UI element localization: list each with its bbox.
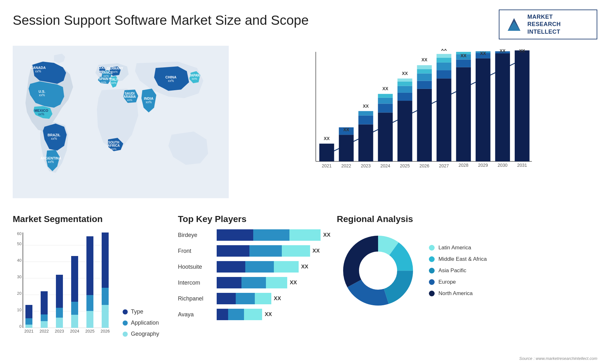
svg-rect-65 bbox=[417, 81, 432, 89]
main-bar-chart-svg: XX 2021 XX 2022 XX 2023 bbox=[248, 49, 591, 179]
player-value-front: XX bbox=[313, 248, 320, 254]
svg-text:2021: 2021 bbox=[322, 163, 332, 168]
svg-text:AFRICA: AFRICA bbox=[108, 144, 120, 147]
page-title: Session Support Software Market Size and… bbox=[13, 10, 309, 28]
dot-europe bbox=[429, 279, 435, 285]
legend-asia-pacific: Asia Pacific bbox=[429, 267, 487, 274]
svg-text:xx%: xx% bbox=[101, 81, 106, 84]
svg-rect-112 bbox=[25, 305, 32, 318]
page-container: Session Support Software Market Size and… bbox=[0, 0, 610, 364]
svg-rect-61 bbox=[397, 78, 412, 81]
label-asia-pacific: Asia Pacific bbox=[438, 267, 466, 274]
svg-text:XX: XX bbox=[324, 136, 330, 141]
svg-text:XX: XX bbox=[500, 49, 506, 53]
svg-rect-90 bbox=[515, 51, 530, 161]
svg-rect-68 bbox=[417, 65, 432, 69]
content-bottom: Market Segmentation 0 10 20 30 40 50 60 bbox=[13, 214, 597, 364]
svg-text:2021: 2021 bbox=[24, 329, 34, 334]
svg-text:2026: 2026 bbox=[101, 329, 110, 334]
svg-text:2028: 2028 bbox=[458, 163, 468, 168]
legend-europe: Europe bbox=[429, 279, 487, 285]
svg-marker-1 bbox=[508, 21, 520, 31]
svg-text:xx%: xx% bbox=[146, 100, 152, 104]
svg-text:XX: XX bbox=[402, 71, 408, 76]
label-mea: Middle East & Africa bbox=[438, 256, 487, 262]
svg-text:xx%: xx% bbox=[35, 70, 41, 73]
svg-text:XX: XX bbox=[441, 49, 447, 52]
svg-text:xx%: xx% bbox=[168, 79, 174, 83]
svg-text:XX: XX bbox=[519, 49, 525, 53]
player-value-birdeye: XX bbox=[323, 232, 330, 238]
svg-text:XX: XX bbox=[480, 51, 486, 56]
svg-rect-72 bbox=[437, 70, 451, 78]
svg-rect-51 bbox=[378, 113, 393, 162]
player-row-birdeye: Birdeye XX bbox=[178, 229, 330, 241]
legend-north-america: North America bbox=[429, 290, 487, 297]
svg-text:xx%: xx% bbox=[111, 81, 116, 84]
svg-rect-128 bbox=[86, 236, 93, 295]
player-bar-avaya: XX bbox=[217, 309, 330, 320]
legend-dot-geography bbox=[123, 332, 128, 337]
svg-rect-47 bbox=[358, 116, 373, 125]
dot-mea bbox=[429, 256, 435, 262]
svg-rect-71 bbox=[437, 78, 451, 161]
svg-text:2023: 2023 bbox=[361, 163, 371, 168]
svg-text:FRANCE: FRANCE bbox=[99, 71, 113, 74]
player-row-richpanel: Richpanel XX bbox=[178, 293, 330, 304]
svg-rect-114 bbox=[41, 321, 48, 328]
legend-label-application: Application bbox=[131, 320, 159, 326]
player-value-avaya: XX bbox=[265, 311, 272, 318]
players-section: Top Key Players Birdeye XX bbox=[178, 214, 330, 364]
svg-rect-42 bbox=[339, 135, 354, 161]
source-text: Source : www.marketresearchintellect.com bbox=[519, 356, 597, 361]
svg-text:2030: 2030 bbox=[498, 163, 507, 168]
regional-content: Latin America Middle East & Africa Asia … bbox=[337, 229, 597, 312]
player-name-hootsuite: Hootsuite bbox=[178, 264, 213, 270]
svg-text:XX: XX bbox=[363, 104, 369, 109]
svg-text:BRAZIL: BRAZIL bbox=[48, 133, 61, 137]
svg-text:2026: 2026 bbox=[419, 163, 429, 168]
player-name-avaya: Avaya bbox=[178, 311, 213, 318]
svg-rect-110 bbox=[25, 325, 32, 328]
legend-dot-type bbox=[123, 309, 128, 314]
svg-rect-75 bbox=[437, 54, 451, 58]
player-bar-richpanel: XX bbox=[217, 293, 330, 304]
players-title: Top Key Players bbox=[178, 214, 330, 224]
svg-rect-123 bbox=[71, 302, 78, 315]
label-north-america: North America bbox=[438, 290, 473, 297]
svg-text:2023: 2023 bbox=[55, 329, 64, 334]
svg-text:xx%: xx% bbox=[51, 137, 57, 140]
player-name-intercom: Intercom bbox=[178, 280, 213, 286]
player-row-hootsuite: Hootsuite XX bbox=[178, 261, 330, 273]
legend-mea: Middle East & Africa bbox=[429, 256, 487, 262]
svg-rect-83 bbox=[476, 58, 491, 161]
logo-text: MARKETRESEARCHINTELLECT bbox=[527, 13, 561, 36]
svg-text:50: 50 bbox=[17, 241, 22, 246]
svg-rect-111 bbox=[25, 318, 32, 325]
svg-rect-67 bbox=[417, 69, 432, 74]
svg-rect-64 bbox=[417, 89, 432, 161]
player-name-richpanel: Richpanel bbox=[178, 295, 213, 302]
logo-box: MARKETRESEARCHINTELLECT bbox=[499, 10, 597, 39]
svg-rect-124 bbox=[71, 256, 78, 302]
dot-latin-america bbox=[429, 245, 435, 251]
svg-text:SPAIN: SPAIN bbox=[99, 77, 108, 81]
svg-text:MEXICO: MEXICO bbox=[34, 109, 48, 112]
svg-text:xx%: xx% bbox=[48, 160, 54, 164]
legend-dot-application bbox=[123, 320, 128, 326]
svg-rect-74 bbox=[437, 58, 451, 63]
content-top: CANADA xx% U.S. xx% MEXICO xx% BRAZIL xx… bbox=[13, 46, 597, 205]
svg-text:ARGENTINA: ARGENTINA bbox=[40, 156, 61, 160]
svg-rect-60 bbox=[397, 82, 412, 86]
seg-legend: Type Application Geography bbox=[118, 302, 159, 337]
svg-text:xx%: xx% bbox=[127, 98, 132, 102]
world-map-svg: CANADA xx% U.S. xx% MEXICO xx% BRAZIL xx… bbox=[13, 46, 229, 198]
player-row-avaya: Avaya XX bbox=[178, 309, 330, 320]
regional-title: Regional Analysis bbox=[337, 214, 597, 224]
donut-container bbox=[337, 229, 419, 312]
svg-text:XX: XX bbox=[461, 53, 467, 58]
svg-text:U.S.: U.S. bbox=[38, 90, 45, 93]
legend-application: Application bbox=[123, 320, 159, 326]
player-name-birdeye: Birdeye bbox=[178, 232, 213, 239]
svg-text:xx%: xx% bbox=[112, 70, 118, 73]
